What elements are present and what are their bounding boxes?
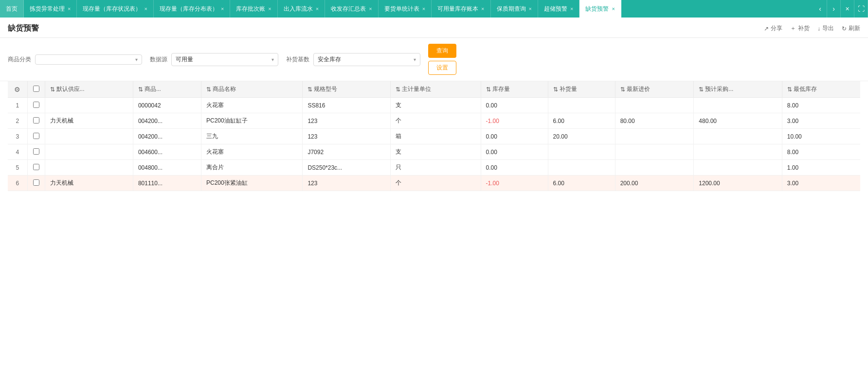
close-icon[interactable]: × xyxy=(316,6,319,12)
row-checkbox[interactable] xyxy=(33,148,39,155)
row-replenish: 20.00 xyxy=(548,129,615,144)
settings-button[interactable]: 设置 xyxy=(428,61,456,75)
category-select[interactable]: ▾ xyxy=(35,54,142,65)
table-row: 6 力天机械 801110... PC200张紧油缸 123 个 -1.00 6… xyxy=(8,176,860,191)
close-icon[interactable]: × xyxy=(481,6,484,12)
row-replenish: 6.00 xyxy=(548,176,615,191)
tab-stock-dist[interactable]: 现存量（库存分布表） × xyxy=(154,0,230,18)
row-checkbox[interactable] xyxy=(33,102,39,108)
datasource-arrow-icon: ▾ xyxy=(271,57,274,62)
row-checkbox[interactable] xyxy=(33,133,39,139)
filter-bar: 商品分类 ▾ 数据源 可用量 ▾ 补货基数 安全库存 ▾ 查询 设置 xyxy=(0,38,868,81)
export-button[interactable]: ↓ 导出 xyxy=(817,24,834,33)
row-est-purchase xyxy=(694,160,782,176)
row-latest-price xyxy=(615,129,694,144)
tab-expiry-query[interactable]: 保质期查询 × xyxy=(491,0,538,18)
tab-shortage-warning[interactable]: 缺货预警 × xyxy=(579,0,621,18)
tab-batch-account[interactable]: 库存批次账 × xyxy=(230,0,277,18)
row-goods-name: PC200油缸缸子 xyxy=(201,113,303,129)
tab-overstock-warning[interactable]: 超储预警 × xyxy=(538,0,579,18)
column-default-supplier: ⇅ 默认供应... xyxy=(45,81,133,98)
tab-scroll-left-button[interactable]: ‹ xyxy=(814,0,827,18)
replenish-button[interactable]: ＋ 补货 xyxy=(790,24,810,33)
select-all-checkbox[interactable] xyxy=(33,86,39,92)
column-est-purchase: ⇅ 预计采购... xyxy=(694,81,782,98)
sort-icon: ⇅ xyxy=(307,86,312,93)
row-goods-code: 004200... xyxy=(133,113,201,129)
table-row: 3 004200... 三九 123 箱 0.00 20.00 10.00 xyxy=(8,129,860,144)
column-replenish: ⇅ 补货量 xyxy=(548,81,615,98)
tab-home[interactable]: 首页 xyxy=(0,0,24,18)
row-stock: 0.00 xyxy=(481,98,548,113)
sort-goods-code[interactable]: ⇅ 商品... xyxy=(138,85,196,93)
category-label: 商品分类 xyxy=(8,55,31,64)
row-goods-code: 004800... xyxy=(133,160,201,176)
window-minimize-button[interactable]: × xyxy=(841,0,854,18)
close-icon[interactable]: × xyxy=(221,6,224,12)
column-spec: ⇅ 规格型号 xyxy=(303,81,391,98)
datasource-value: 可用量 xyxy=(176,55,193,64)
table-settings-icon[interactable]: ⚙ xyxy=(14,86,20,93)
row-checkbox[interactable] xyxy=(33,164,39,170)
close-icon[interactable]: × xyxy=(144,6,147,12)
row-latest-price: 80.00 xyxy=(615,113,694,129)
row-est-purchase: 480.00 xyxy=(694,113,782,129)
row-replenish: 6.00 xyxy=(548,113,615,129)
sort-icon: ⇅ xyxy=(553,86,558,93)
close-icon[interactable]: × xyxy=(369,6,372,12)
sort-min-stock[interactable]: ⇅ 最低库存 xyxy=(787,85,855,93)
tab-available-ledger[interactable]: 可用量库存账本 × xyxy=(432,0,490,18)
sort-replenish[interactable]: ⇅ 补货量 xyxy=(553,85,610,93)
row-min-stock: 3.00 xyxy=(782,176,860,191)
tab-inout-flow[interactable]: 出入库流水 × xyxy=(278,0,325,18)
table-header-row: ⚙ ⇅ 默认供应... ⇅ 商品... xyxy=(8,81,860,98)
close-icon[interactable]: × xyxy=(68,6,71,12)
sort-goods-name[interactable]: ⇅ 商品名称 xyxy=(206,85,297,93)
refresh-button[interactable]: ↻ 刷新 xyxy=(842,24,860,33)
tab-requisition[interactable]: 要货单统计表 × xyxy=(379,0,432,18)
share-button[interactable]: ↗ 分享 xyxy=(764,24,782,33)
tab-recv-send[interactable]: 收发存汇总表 × xyxy=(325,0,378,18)
row-latest-price: 200.00 xyxy=(615,176,694,191)
close-icon[interactable]: × xyxy=(422,6,425,12)
row-checkbox-cell xyxy=(27,98,45,113)
tab-picking-exception[interactable]: 拣货异常处理 × xyxy=(24,0,77,18)
row-unit: 个 xyxy=(391,113,481,129)
column-checkbox xyxy=(27,81,45,98)
close-icon[interactable]: × xyxy=(612,6,615,12)
datasource-select[interactable]: 可用量 ▾ xyxy=(171,53,278,66)
sort-default-supplier[interactable]: ⇅ 默认供应... xyxy=(50,85,128,93)
sort-stock[interactable]: ⇅ 库存量 xyxy=(486,85,543,93)
row-replenish xyxy=(548,160,615,176)
query-button[interactable]: 查询 xyxy=(428,44,456,58)
sort-icon: ⇅ xyxy=(620,86,625,93)
row-min-stock: 3.00 xyxy=(782,113,860,129)
row-min-stock: 1.00 xyxy=(782,160,860,176)
sort-icon: ⇅ xyxy=(486,86,491,93)
row-checkbox-cell xyxy=(27,113,45,129)
header-actions: ↗ 分享 ＋ 补货 ↓ 导出 ↻ 刷新 xyxy=(764,24,860,33)
export-icon: ↓ xyxy=(817,25,820,32)
close-icon[interactable]: × xyxy=(268,6,271,12)
row-checkbox[interactable] xyxy=(33,117,39,123)
datasource-filter-group: 数据源 可用量 ▾ xyxy=(150,53,278,66)
sort-spec[interactable]: ⇅ 规格型号 xyxy=(307,85,385,93)
row-unit: 个 xyxy=(391,176,481,191)
close-icon[interactable]: × xyxy=(529,6,532,12)
row-checkbox[interactable] xyxy=(33,179,39,186)
sort-latest-price[interactable]: ⇅ 最新进价 xyxy=(620,85,689,93)
tab-scroll-right-button[interactable]: › xyxy=(827,0,841,18)
sort-unit[interactable]: ⇅ 主计量单位 xyxy=(396,85,475,93)
refresh-icon: ↻ xyxy=(842,25,847,32)
replenish-base-select[interactable]: 安全库存 ▾ xyxy=(313,53,420,66)
window-expand-button[interactable]: ⛶ xyxy=(854,0,868,18)
row-goods-code: 004600... xyxy=(133,144,201,160)
close-icon[interactable]: × xyxy=(570,6,573,12)
row-goods-name: 离合片 xyxy=(201,160,303,176)
row-latest-price xyxy=(615,98,694,113)
sort-icon: ⇅ xyxy=(396,86,400,93)
row-goods-code: 004200... xyxy=(133,129,201,144)
sort-est-purchase[interactable]: ⇅ 预计采购... xyxy=(699,85,777,93)
share-icon: ↗ xyxy=(764,25,769,32)
tab-stock-status[interactable]: 现存量（库存状况表） × xyxy=(77,0,153,18)
